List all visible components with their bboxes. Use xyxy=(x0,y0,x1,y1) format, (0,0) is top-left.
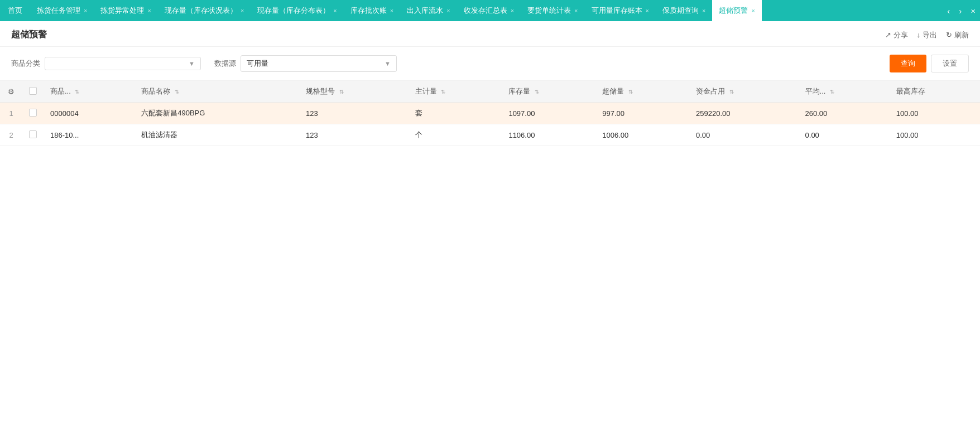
col-avg-sort: ⇅ xyxy=(830,89,834,95)
col-code-header[interactable]: 商品... ⇅ xyxy=(44,81,134,103)
row-1-max: 100.00 xyxy=(890,103,980,124)
nav-label-4: 库存批次账 xyxy=(350,6,387,16)
table-row: 1 0000004 六配套新昌490BPG 123 套 1097.00 997.… xyxy=(0,103,980,124)
nav-item-4[interactable]: 库存批次账 × xyxy=(344,0,400,21)
top-navigation: 首页 拣货任务管理 × 拣货异常处理 × 现存量（库存状况表） × 现存量（库存… xyxy=(0,0,980,21)
row-2-index: 2 xyxy=(0,124,22,146)
settings-button[interactable]: 设置 xyxy=(931,55,969,72)
nav-item-8[interactable]: 可用量库存账本 × xyxy=(585,0,656,21)
col-stock-sort: ⇅ xyxy=(535,89,539,95)
nav-close-6[interactable]: × xyxy=(511,7,514,14)
query-button[interactable]: 查询 xyxy=(890,55,926,72)
col-unit-header[interactable]: 主计量 ⇅ xyxy=(409,81,502,103)
page-header: 超储预警 ↗ 分享 ↓ 导出 ↻ 刷新 xyxy=(0,21,980,47)
row-2-name: 机油滤清器 xyxy=(134,124,299,146)
row-2-overstock: 1006.00 xyxy=(595,124,689,146)
row-2-checkbox[interactable] xyxy=(29,130,37,138)
data-table: ⚙ 商品... ⇅ 商品名称 ⇅ 规格型号 ⇅ xyxy=(0,81,980,146)
category-filter-group: 商品分类 ▼ xyxy=(11,57,201,70)
row-1-code: 0000004 xyxy=(44,103,134,124)
row-2-code: 186-10... xyxy=(44,124,134,146)
nav-close-9[interactable]: × xyxy=(702,7,705,14)
row-2-checkbox-cell xyxy=(22,124,44,146)
col-max-header[interactable]: 最高库存 xyxy=(890,81,980,103)
datasource-select[interactable]: 可用量 ▼ xyxy=(241,55,397,72)
col-name-header[interactable]: 商品名称 ⇅ xyxy=(134,81,299,103)
row-1-checkbox-cell xyxy=(22,103,44,124)
col-capital-header[interactable]: 资金占用 ⇅ xyxy=(689,81,799,103)
header-checkbox[interactable] xyxy=(29,87,37,95)
row-1-checkbox[interactable] xyxy=(29,109,37,117)
col-spec-header[interactable]: 规格型号 ⇅ xyxy=(299,81,409,103)
col-capital-sort: ⇅ xyxy=(729,89,734,95)
datasource-select-value: 可用量 xyxy=(247,59,268,69)
export-icon: ↓ xyxy=(917,31,921,39)
table-row: 2 186-10... 机油滤清器 123 个 1106.00 1006.00 … xyxy=(0,124,980,146)
col-unit-sort: ⇅ xyxy=(441,89,445,95)
col-stock-header[interactable]: 库存量 ⇅ xyxy=(502,81,595,103)
nav-arrow-group: ‹ › × xyxy=(943,6,980,16)
nav-close-8[interactable]: × xyxy=(646,7,649,14)
nav-label-7: 要货单统计表 xyxy=(527,6,571,16)
row-1-name: 六配套新昌490BPG xyxy=(134,103,299,124)
nav-label-2: 现存量（库存状况表） xyxy=(165,6,237,16)
nav-item-5[interactable]: 出入库流水 × xyxy=(400,0,457,21)
row-1-avg: 260.00 xyxy=(799,103,890,124)
nav-label-8: 可用量库存账本 xyxy=(592,6,642,16)
nav-close-2[interactable]: × xyxy=(241,7,244,14)
nav-label-1: 拣货异常处理 xyxy=(100,6,144,16)
nav-item-7[interactable]: 要货单统计表 × xyxy=(521,0,584,21)
nav-item-1[interactable]: 拣货异常处理 × xyxy=(94,0,157,21)
col-code-sort: ⇅ xyxy=(75,89,79,95)
nav-next-arrow[interactable]: › xyxy=(954,6,966,16)
share-button[interactable]: ↗ 分享 xyxy=(885,30,908,40)
nav-label-5: 出入库流水 xyxy=(407,6,443,16)
nav-label-0: 拣货任务管理 xyxy=(37,6,80,16)
col-checkbox-header xyxy=(22,81,44,103)
col-spec-label: 规格型号 xyxy=(306,87,335,95)
nav-home[interactable]: 首页 xyxy=(0,6,30,16)
refresh-button[interactable]: ↻ 刷新 xyxy=(946,30,969,40)
nav-close-7[interactable]: × xyxy=(574,7,578,14)
nav-item-3[interactable]: 现存量（库存分布表） × xyxy=(251,0,343,21)
refresh-label: 刷新 xyxy=(954,30,969,40)
gear-icon[interactable]: ⚙ xyxy=(8,88,15,96)
nav-item-10[interactable]: 超储预警 × xyxy=(712,0,761,21)
nav-item-9[interactable]: 保质期查询 × xyxy=(656,0,712,21)
col-overstock-header[interactable]: 超储量 ⇅ xyxy=(595,81,689,103)
nav-prev-arrow[interactable]: ‹ xyxy=(943,6,954,16)
nav-close-all[interactable]: × xyxy=(966,6,980,16)
row-2-capital: 0.00 xyxy=(689,124,799,146)
row-2-unit: 个 xyxy=(409,124,502,146)
row-1-spec: 123 xyxy=(299,103,409,124)
col-max-label: 最高库存 xyxy=(896,87,925,95)
category-select[interactable]: ▼ xyxy=(45,57,201,70)
export-button[interactable]: ↓ 导出 xyxy=(917,30,938,40)
nav-item-2[interactable]: 现存量（库存状况表） × xyxy=(158,0,251,21)
data-table-wrapper: ⚙ 商品... ⇅ 商品名称 ⇅ 规格型号 ⇅ xyxy=(0,81,980,146)
refresh-icon: ↻ xyxy=(946,31,952,39)
nav-close-4[interactable]: × xyxy=(390,7,393,14)
nav-close-5[interactable]: × xyxy=(446,7,450,14)
row-1-stock: 1097.00 xyxy=(502,103,595,124)
header-actions: ↗ 分享 ↓ 导出 ↻ 刷新 xyxy=(885,30,969,40)
filter-bar: 商品分类 ▼ 数据源 可用量 ▼ 查询 设置 xyxy=(0,47,980,81)
col-overstock-label: 超储量 xyxy=(602,87,624,95)
nav-close-10[interactable]: × xyxy=(751,7,755,14)
datasource-filter-label: 数据源 xyxy=(214,59,236,69)
col-capital-label: 资金占用 xyxy=(696,87,725,95)
share-icon: ↗ xyxy=(885,31,891,39)
col-name-sort: ⇅ xyxy=(175,89,179,95)
nav-item-0[interactable]: 拣货任务管理 × xyxy=(30,0,94,21)
row-1-overstock: 997.00 xyxy=(595,103,689,124)
datasource-filter-group: 数据源 可用量 ▼ xyxy=(214,55,397,72)
nav-close-0[interactable]: × xyxy=(84,7,87,14)
col-avg-header[interactable]: 平均... ⇅ xyxy=(799,81,890,103)
nav-item-6[interactable]: 收发存汇总表 × xyxy=(457,0,521,21)
nav-label-10: 超储预警 xyxy=(719,6,748,16)
nav-close-3[interactable]: × xyxy=(333,7,337,14)
col-name-label: 商品名称 xyxy=(141,87,170,95)
nav-close-1[interactable]: × xyxy=(147,7,151,14)
col-overstock-sort: ⇅ xyxy=(628,89,633,95)
page-title: 超储预警 xyxy=(11,29,47,41)
